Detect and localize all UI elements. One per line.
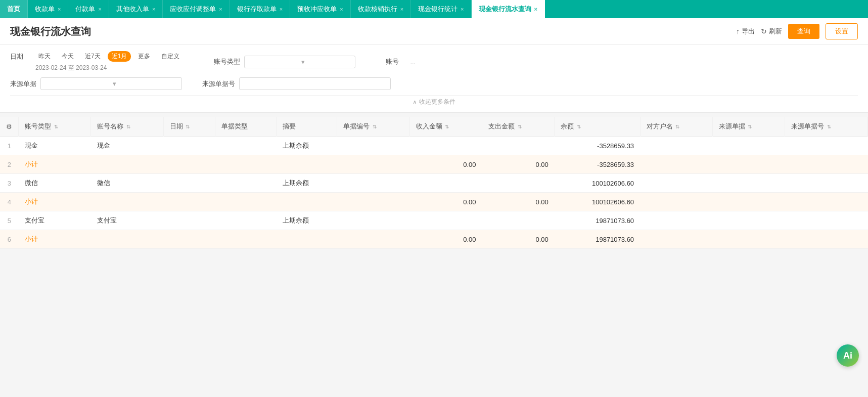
nav-tab-2[interactable]: 其他收入单 × — [109, 0, 163, 18]
account-type-select[interactable] — [244, 56, 355, 68]
top-nav: 首页 收款单 × 付款单 × 其他收入单 × 应收应付调整单 × 银行存取款单 … — [0, 0, 868, 18]
nav-tab-0[interactable]: 收款单 × — [28, 0, 68, 18]
collapse-button[interactable]: ∧ 收起更多条件 — [413, 98, 455, 106]
cell-expense: 0.00 — [482, 230, 554, 249]
collapse-row: ∧ 收起更多条件 — [10, 95, 858, 108]
cell-expense: 0.00 — [482, 193, 554, 211]
col-balance[interactable]: 余额 ⇅ — [555, 117, 640, 137]
cell-account-type: 小计 — [19, 193, 91, 211]
col-income[interactable]: 收入金额 ⇅ — [409, 117, 482, 137]
query-button[interactable]: 查询 — [788, 24, 819, 39]
cell-expense: 0.00 — [482, 155, 554, 174]
col-summary: 摘要 — [277, 117, 337, 137]
close-tab-1-icon[interactable]: × — [98, 6, 101, 12]
close-tab-5-icon[interactable]: × — [340, 6, 343, 12]
col-account-name[interactable]: 账号名称 ⇅ — [91, 117, 163, 137]
source-doc-select[interactable] — [40, 77, 182, 90]
close-tab-7-icon[interactable]: × — [461, 6, 464, 12]
cell-income — [409, 174, 482, 193]
nav-tab-5[interactable]: 预收冲应收单 × — [290, 0, 350, 18]
col-settings[interactable]: ⚙ — [0, 117, 19, 137]
close-tab-2-icon[interactable]: × — [152, 6, 155, 12]
cell-balance: 19871073.60 — [555, 211, 640, 230]
sort-income-icon: ⇅ — [445, 124, 449, 129]
date-opt-yesterday[interactable]: 昨天 — [34, 51, 55, 62]
date-opt-more[interactable]: 更多 — [134, 51, 154, 62]
refresh-button[interactable]: ↻ 刷新 — [761, 27, 782, 36]
export-icon: ↑ — [736, 27, 740, 35]
source-doc-num-label: 来源单据号 — [202, 79, 235, 89]
cell-balance: -3528659.33 — [555, 155, 640, 174]
refresh-icon: ↻ — [761, 27, 767, 35]
settings-button[interactable]: 设置 — [826, 23, 858, 39]
sort-account-type-icon: ⇅ — [54, 124, 58, 129]
close-tab-4-icon[interactable]: × — [280, 6, 283, 12]
row-num-cell: 1 — [0, 137, 19, 155]
source-doc-chevron-icon — [113, 80, 176, 87]
sort-account-name-icon: ⇅ — [126, 124, 130, 129]
date-opt-custom[interactable]: 自定义 — [157, 51, 184, 62]
account-more-icon[interactable]: ... — [410, 58, 416, 66]
cell-income: 0.00 — [409, 193, 482, 211]
nav-tab-1[interactable]: 付款单 × — [68, 0, 109, 18]
cell-doc-type — [215, 137, 277, 155]
page-header: 现金银行流水查询 ↑ 导出 ↻ 刷新 查询 设置 — [0, 18, 868, 45]
nav-home[interactable]: 首页 — [0, 0, 28, 18]
cell-source-doc-num — [785, 230, 868, 249]
nav-tab-6[interactable]: 收款核销执行 × — [351, 0, 411, 18]
close-tab-0-icon[interactable]: × — [58, 6, 61, 12]
table-row: 2小计0.000.00-3528659.33 — [0, 155, 868, 174]
row-num-cell: 5 — [0, 211, 19, 230]
cell-account-type: 现金 — [19, 137, 91, 155]
filter-row-2: 来源单据 来源单据号 — [10, 77, 858, 90]
cell-account-name: 现金 — [91, 137, 163, 155]
sort-source-doc-icon: ⇅ — [748, 124, 752, 129]
table-row: 5支付宝支付宝上期余额19871073.60 — [0, 211, 868, 230]
cell-doc-type — [215, 155, 277, 174]
cell-income — [409, 211, 482, 230]
cell-source-doc-num — [785, 137, 868, 155]
col-source-doc-num[interactable]: 来源单据号 ⇅ — [785, 117, 868, 137]
nav-tab-3[interactable]: 应收应付调整单 × — [163, 0, 230, 18]
table-header-row: ⚙ 账号类型 ⇅ 账号名称 ⇅ 日期 ⇅ 单据类型 摘要 — [0, 117, 868, 137]
col-account-type[interactable]: 账号类型 ⇅ — [19, 117, 91, 137]
cell-counterpart — [640, 230, 712, 249]
sort-expense-icon: ⇅ — [518, 124, 522, 129]
table-row: 1现金现金上期余额-3528659.33 — [0, 137, 868, 155]
close-tab-8-icon[interactable]: × — [534, 6, 537, 12]
cell-doc-type — [215, 211, 277, 230]
cell-source-doc-num — [785, 174, 868, 193]
date-opt-1month[interactable]: 近1月 — [108, 51, 131, 62]
cell-counterpart — [640, 211, 712, 230]
cell-doc-num — [337, 230, 409, 249]
row-num-cell: 2 — [0, 155, 19, 174]
cell-doc-num — [337, 137, 409, 155]
date-options: 昨天 今天 近7天 近1月 更多 自定义 — [34, 51, 184, 62]
export-button[interactable]: ↑ 导出 — [736, 27, 755, 36]
source-doc-num-input[interactable] — [245, 80, 385, 87]
close-tab-3-icon[interactable]: × — [219, 6, 222, 12]
cell-source-doc — [712, 193, 785, 211]
cell-date — [163, 211, 215, 230]
col-source-doc[interactable]: 来源单据 ⇅ — [712, 117, 785, 137]
col-date[interactable]: 日期 ⇅ — [163, 117, 215, 137]
nav-tab-7[interactable]: 现金银行统计 × — [411, 0, 471, 18]
date-opt-7days[interactable]: 近7天 — [81, 51, 105, 62]
cell-account-type: 小计 — [19, 155, 91, 174]
nav-tab-8[interactable]: 现金银行流水查询 × — [472, 0, 545, 18]
col-counterpart[interactable]: 对方户名 ⇅ — [640, 117, 712, 137]
cell-account-name — [91, 193, 163, 211]
cell-account-name — [91, 155, 163, 174]
date-opt-today[interactable]: 今天 — [58, 51, 78, 62]
cell-date — [163, 230, 215, 249]
col-doc-num[interactable]: 单据编号 ⇅ — [337, 117, 409, 137]
col-expense[interactable]: 支出金额 ⇅ — [482, 117, 554, 137]
account-type-chevron-icon — [301, 58, 350, 66]
source-doc-label: 来源单据 — [10, 79, 36, 89]
nav-tab-4[interactable]: 银行存取款单 × — [230, 0, 290, 18]
cell-income: 0.00 — [409, 155, 482, 174]
close-tab-6-icon[interactable]: × — [400, 6, 403, 12]
cell-summary — [277, 230, 337, 249]
collapse-up-icon: ∧ — [413, 99, 417, 106]
cell-source-doc — [712, 211, 785, 230]
